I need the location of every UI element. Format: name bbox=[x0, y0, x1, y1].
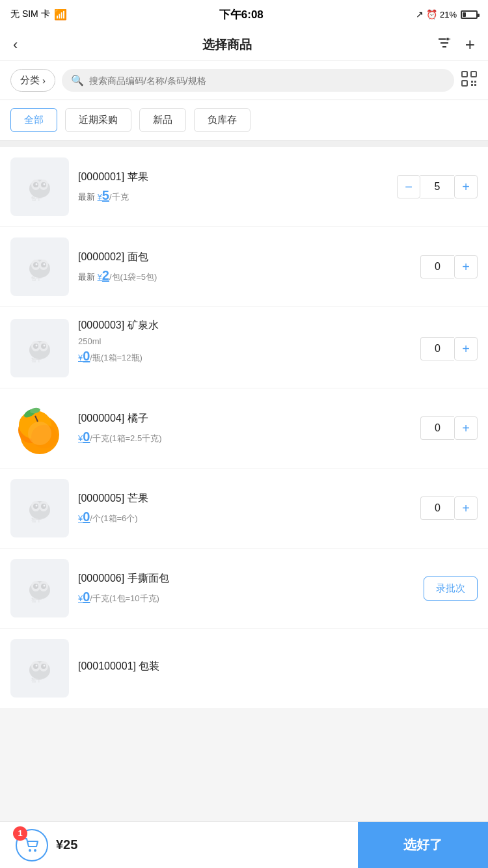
svg-point-26 bbox=[44, 264, 46, 265]
svg-point-70 bbox=[44, 665, 46, 667]
svg-point-73 bbox=[29, 849, 31, 852]
product-info: [0000004] 橘子 ¥0/千克(1箱=2.5千克) bbox=[78, 412, 411, 444]
batch-button[interactable]: 录批次 bbox=[424, 576, 478, 601]
carrier-text: 无 SIM 卡 bbox=[10, 8, 50, 20]
quantity-input[interactable] bbox=[420, 416, 454, 440]
page-title: 选择商品 bbox=[202, 36, 252, 53]
category-button[interactable]: 分类 › bbox=[10, 69, 55, 92]
svg-rect-4 bbox=[462, 72, 467, 77]
alarm-icon: ⏰ bbox=[426, 9, 437, 20]
product-thumbnail bbox=[10, 399, 69, 457]
tab-recent[interactable]: 近期采购 bbox=[65, 108, 131, 132]
product-price: ¥0/千克(1箱=2.5千克) bbox=[78, 429, 411, 444]
nav-bar: ‹ 选择商品 + bbox=[0, 29, 488, 61]
tab-all[interactable]: 全部 bbox=[10, 108, 57, 132]
owl-logo: 智十 bbox=[23, 492, 56, 524]
price-currency: ¥ bbox=[98, 192, 102, 202]
increase-button[interactable]: + bbox=[454, 255, 478, 278]
price-unit: /千克(1箱=2.5千克) bbox=[90, 433, 161, 443]
search-input[interactable] bbox=[89, 75, 445, 86]
battery-text: 21% bbox=[440, 10, 457, 20]
price-unit: /千克(1包=10千克) bbox=[90, 593, 159, 603]
product-name: [0000006] 手撕面包 bbox=[78, 572, 414, 586]
location-icon: ↗ bbox=[416, 9, 424, 20]
scan-button[interactable] bbox=[461, 70, 478, 91]
tab-negative-stock[interactable]: 负库存 bbox=[194, 108, 251, 132]
product-list: 智十 [0000001] 苹果 最新 ¥5/千克 − + bbox=[0, 147, 488, 708]
decrease-button[interactable]: − bbox=[397, 175, 420, 198]
svg-rect-10 bbox=[474, 84, 476, 86]
quantity-control: + bbox=[420, 496, 478, 520]
cart-icon bbox=[23, 836, 41, 854]
svg-rect-8 bbox=[474, 81, 476, 83]
price-amount: 0 bbox=[83, 509, 90, 524]
tab-new[interactable]: 新品 bbox=[139, 108, 186, 132]
price-amount: 0 bbox=[83, 349, 90, 363]
quantity-control: 录批次 bbox=[424, 576, 478, 601]
status-time: 下午6:08 bbox=[219, 7, 264, 22]
price-amount: 2 bbox=[102, 268, 109, 282]
product-name: [000100001] 包装 bbox=[78, 660, 478, 673]
owl-logo: 智十 bbox=[23, 332, 56, 364]
product-thumbnail: 智十 bbox=[10, 559, 69, 617]
svg-point-16 bbox=[36, 183, 38, 185]
owl-logo: 智十 bbox=[23, 572, 56, 604]
add-button[interactable]: + bbox=[465, 34, 475, 55]
svg-point-69 bbox=[36, 665, 38, 667]
price-unit: /个(1箱=6个) bbox=[90, 513, 137, 523]
filter-tabs: 全部 近期采购 新品 负库存 bbox=[0, 100, 488, 141]
product-item: 智十 [0000005] 芒果 ¥0/个(1箱=6个) + bbox=[0, 468, 488, 549]
svg-rect-7 bbox=[471, 81, 473, 83]
increase-button[interactable]: + bbox=[454, 496, 478, 520]
svg-text:智十: 智十 bbox=[31, 677, 42, 683]
cart-button[interactable]: 1 bbox=[16, 829, 48, 861]
price-label: 最新 bbox=[78, 192, 98, 202]
back-button[interactable]: ‹ bbox=[13, 36, 18, 53]
quantity-input[interactable] bbox=[420, 175, 454, 198]
section-divider bbox=[0, 141, 488, 147]
confirm-button[interactable]: 选好了 bbox=[358, 822, 488, 869]
quantity-control: − + bbox=[397, 175, 478, 198]
product-item: 智十 [0000002] 面包 最新 ¥2/包(1袋=5包) + bbox=[0, 227, 488, 307]
increase-button[interactable]: + bbox=[454, 175, 478, 198]
increase-button[interactable]: + bbox=[454, 416, 478, 440]
cart-badge: 1 bbox=[13, 826, 27, 841]
product-price: ¥0/瓶(1箱=12瓶) bbox=[78, 349, 411, 364]
svg-text:智十: 智十 bbox=[31, 517, 42, 523]
svg-point-42 bbox=[28, 422, 51, 445]
cart-total: ¥25 bbox=[56, 837, 77, 852]
product-price: 最新 ¥2/包(1袋=5包) bbox=[78, 268, 411, 283]
product-item: 智十 [0000003] 矿泉水 250ml ¥0/瓶(1箱=12瓶) + bbox=[0, 307, 488, 388]
product-name: [0000004] 橘子 bbox=[78, 412, 411, 426]
quantity-input[interactable] bbox=[420, 255, 454, 278]
quantity-control: + bbox=[420, 255, 478, 278]
svg-point-34 bbox=[36, 345, 38, 347]
chevron-right-icon: › bbox=[42, 75, 46, 86]
quantity-input[interactable] bbox=[420, 337, 454, 360]
product-name: [0000003] 矿泉水 bbox=[78, 319, 411, 332]
owl-logo: 智十 bbox=[23, 652, 56, 685]
quantity-input[interactable] bbox=[420, 496, 454, 520]
status-right: ↗ ⏰ 21% bbox=[416, 9, 478, 20]
status-bar: 无 SIM 卡 📶 下午6:08 ↗ ⏰ 21% bbox=[0, 0, 488, 29]
increase-button[interactable]: + bbox=[454, 337, 478, 360]
nav-actions: + bbox=[437, 34, 475, 55]
filter-button[interactable] bbox=[437, 35, 452, 55]
product-item: 智十 [0000006] 手撕面包 ¥0/千克(1包=10千克) 录批次 bbox=[0, 549, 488, 629]
product-info: [0000002] 面包 最新 ¥2/包(1袋=5包) bbox=[78, 251, 411, 283]
product-name: [0000001] 苹果 bbox=[78, 170, 388, 184]
product-thumbnail: 智十 bbox=[10, 639, 69, 698]
product-thumbnail: 智十 bbox=[10, 237, 69, 296]
svg-point-35 bbox=[44, 345, 46, 347]
quantity-control: + bbox=[420, 337, 478, 360]
product-thumbnail: 智十 bbox=[10, 157, 69, 216]
svg-rect-9 bbox=[471, 84, 473, 86]
orange-image bbox=[10, 399, 69, 457]
product-spec: 250ml bbox=[78, 336, 411, 346]
price-currency: ¥ bbox=[98, 272, 102, 282]
search-bar: 分类 › 🔍 bbox=[0, 61, 488, 100]
product-thumbnail: 智十 bbox=[10, 319, 69, 377]
svg-point-51 bbox=[36, 505, 38, 507]
bottom-bar: 1 ¥25 选好了 bbox=[0, 821, 488, 868]
product-item-partial: 智十 [000100001] 包装 bbox=[0, 629, 488, 708]
